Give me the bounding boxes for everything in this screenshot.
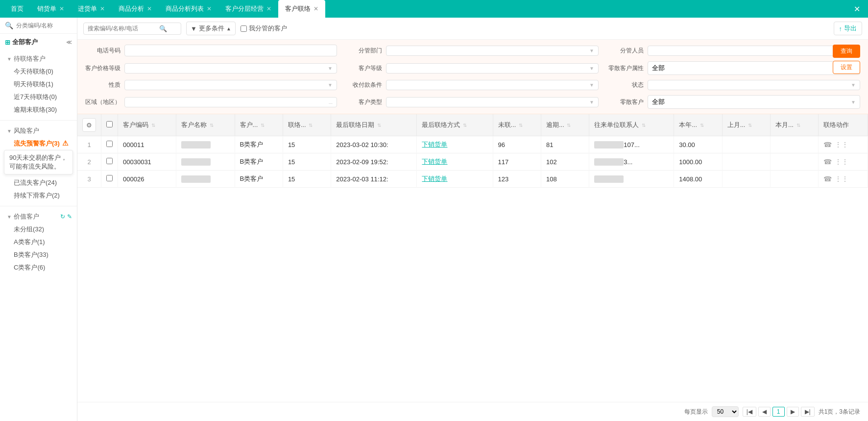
sort-annual-icon[interactable]: ⇅ [700, 123, 704, 128]
row-checkbox-1[interactable] [106, 158, 113, 164]
td-overdue-1: 102 [541, 153, 589, 171]
sidebar-item-churn-warning[interactable]: 流失预警客户(3) ⚠ [0, 137, 77, 150]
last-type-link-1[interactable]: 下销货单 [422, 158, 447, 165]
row-checkbox-0[interactable] [106, 141, 113, 147]
value-refresh-icon[interactable]: ↻ [60, 213, 65, 220]
retail-attr-select[interactable]: 全部 ▼ [648, 61, 860, 75]
td-name-1 [176, 153, 235, 171]
action-contact-icon-2[interactable]: ☎ [823, 175, 832, 183]
tab-customer-contact-close[interactable]: ✕ [313, 5, 318, 12]
sort-last-date-icon[interactable]: ⇅ [377, 123, 381, 128]
risk-customer-title[interactable]: ▼ 风险客户 [0, 124, 77, 137]
phone-input[interactable] [124, 45, 337, 56]
sort-this-month-icon[interactable]: ⇅ [796, 123, 800, 128]
select-all-checkbox[interactable] [106, 121, 113, 127]
tab-analysis-list-close[interactable]: ✕ [207, 5, 212, 12]
export-button[interactable]: ↑ 导出 [834, 22, 863, 35]
td-this-month-2 [771, 171, 819, 188]
price-level-select[interactable]: ▼ [124, 63, 337, 74]
tab-customer-contact[interactable]: 客户联络 ✕ [278, 0, 325, 18]
value-edit-icon[interactable]: ✎ [67, 213, 72, 220]
sidebar-item-7days[interactable]: 近7天待联络(0) [0, 91, 77, 103]
settings-button[interactable]: 设置 [833, 61, 860, 74]
retail-customer-select[interactable]: 全部 ▼ [648, 95, 860, 109]
tab-sales[interactable]: 销货单 ✕ [30, 0, 71, 18]
nature-select[interactable]: ▼ [124, 80, 337, 90]
filter-search-input[interactable] [88, 25, 156, 32]
my-customers-checkbox[interactable] [241, 25, 247, 32]
table-settings-button[interactable]: ⚙ [82, 118, 96, 132]
tab-analysis-list[interactable]: 商品分析列表 ✕ [159, 0, 218, 18]
tab-home[interactable]: 首页 [4, 0, 30, 18]
sidebar-item-b-class[interactable]: B类客户(33) [0, 248, 77, 261]
tab-analysis[interactable]: 商品分析 ✕ [112, 0, 159, 18]
filter-search-button[interactable]: 🔍 [159, 25, 167, 32]
status-select[interactable]: ▼ [648, 80, 860, 90]
page-next-button[interactable]: ▶ [787, 407, 799, 417]
sort-last-month-icon[interactable]: ⇅ [748, 123, 752, 128]
td-contact-count-2: 15 [283, 171, 331, 188]
cust-level-select[interactable]: ▼ [386, 63, 599, 74]
row-checkbox-2[interactable] [106, 175, 113, 181]
action-contact-icon-1[interactable]: ☎ [823, 158, 832, 166]
churn-tooltip: 90天未交易的客户，可能有流失风险。 [4, 150, 73, 174]
sidebar-item-declining[interactable]: 持续下滑客户(2) [0, 189, 77, 202]
sidebar-item-today[interactable]: 今天待联络(0) [0, 65, 77, 78]
cust-type-select[interactable]: ▼ [386, 97, 599, 107]
all-customers-header[interactable]: ⊞ 全部客户 ≪ [0, 34, 77, 50]
table-wrapper: ⚙ 客户编码 ⇅ 客户名称 ⇅ [77, 114, 868, 402]
page-size-select[interactable]: 50 100 200 [712, 406, 739, 417]
page-prev-button[interactable]: ◀ [758, 407, 771, 417]
export-icon: ↑ [839, 25, 843, 32]
tab-sales-close[interactable]: ✕ [59, 5, 64, 12]
sort-level-icon[interactable]: ⇅ [261, 123, 265, 128]
last-type-link-0[interactable]: 下销货单 [422, 141, 447, 148]
value-customer-title[interactable]: ▼ 价值客户 ↻ ✎ [0, 210, 77, 223]
window-close-icon[interactable]: ✕ [850, 4, 864, 14]
sort-last-type-icon[interactable]: ⇅ [463, 123, 467, 128]
tab-analysis-close[interactable]: ✕ [147, 5, 152, 12]
pending-triangle-icon: ▼ [7, 56, 12, 62]
action-more-icon-2[interactable]: ⋮⋮ [835, 175, 848, 183]
tab-customer-layer[interactable]: 客户分层经营 ✕ [218, 0, 278, 18]
td-contact-person-1: 3... [589, 153, 674, 171]
dept-select[interactable]: ▼ [386, 46, 599, 56]
action-more-icon-0[interactable]: ⋮⋮ [835, 141, 848, 149]
retail-customer-label: 零散客户 [608, 98, 644, 106]
action-contact-icon-0[interactable]: ☎ [823, 141, 832, 149]
sidebar-item-overdue[interactable]: 逾期未联络(30) [0, 103, 77, 116]
th-this-month: 本月... ⇅ [771, 114, 819, 136]
person-select[interactable]: ... [648, 46, 860, 56]
value-triangle-icon: ▼ [7, 214, 12, 220]
sidebar-item-churned[interactable]: 已流失客户(24) [0, 176, 77, 189]
filter-row-retail-customer: 零散客户 全部 ▼ [608, 95, 860, 109]
sort-uncontacted-icon[interactable]: ⇅ [519, 123, 523, 128]
tab-customer-layer-close[interactable]: ✕ [266, 5, 271, 12]
sidebar-item-tomorrow[interactable]: 明天待联络(1) [0, 78, 77, 91]
last-type-link-2[interactable]: 下销货单 [422, 175, 447, 182]
sidebar-search-input[interactable] [16, 22, 77, 29]
sidebar-item-c-class[interactable]: C类客户(6) [0, 261, 77, 274]
sort-overdue-icon[interactable]: ⇅ [567, 123, 571, 128]
dept-label: 分管部门 [347, 47, 382, 55]
sort-contact-count-icon[interactable]: ⇅ [309, 123, 313, 128]
tab-purchase-close[interactable]: ✕ [100, 5, 105, 12]
pending-contact-title[interactable]: ▼ 待联络客户 [0, 52, 77, 65]
sort-code-icon[interactable]: ⇅ [151, 123, 155, 128]
tab-purchase[interactable]: 进货单 ✕ [71, 0, 112, 18]
action-more-icon-1[interactable]: ⋮⋮ [835, 158, 848, 166]
query-button[interactable]: 查询 [833, 45, 860, 58]
page-navigation: |◀ ◀ 1 ▶ ▶| [743, 407, 815, 417]
filter-more-button[interactable]: ▼ 更多条件 ▲ [186, 22, 236, 35]
sidebar-item-ungrouped[interactable]: 未分组(32) [0, 223, 77, 236]
page-first-button[interactable]: |◀ [743, 407, 756, 417]
sort-name-icon[interactable]: ⇅ [210, 123, 214, 128]
sidebar-collapse-icon: ≪ [66, 39, 72, 46]
region-select[interactable]: ... [124, 97, 337, 107]
sidebar-item-a-class[interactable]: A类客户(1) [0, 236, 77, 248]
warning-icon: ⚠ [62, 139, 69, 147]
payment-select[interactable]: ▼ [386, 80, 599, 90]
sort-contact-person-icon[interactable]: ⇅ [642, 123, 646, 128]
nature-label: 性质 [85, 81, 121, 89]
page-last-button[interactable]: ▶| [801, 407, 815, 417]
